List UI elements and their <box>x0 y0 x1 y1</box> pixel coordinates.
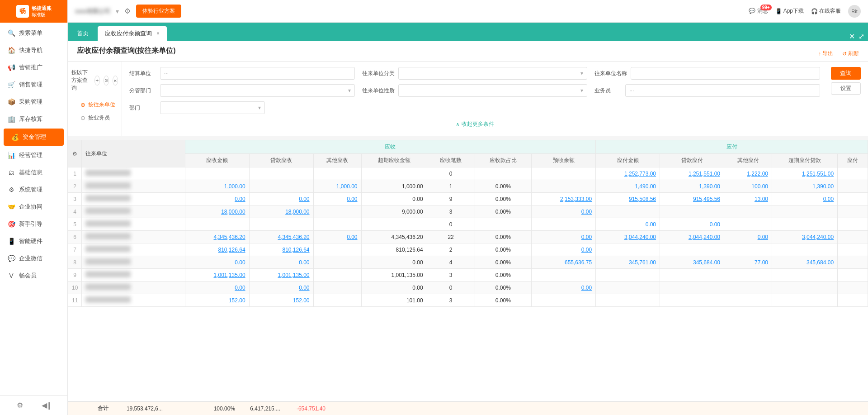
cell-link[interactable]: 0.00 <box>299 285 309 291</box>
setting-btn[interactable]: 设置 <box>831 82 861 95</box>
cell-link[interactable]: 810,126.64 <box>282 247 309 253</box>
sidebar-item-inventory[interactable]: 🏢 库存核算 <box>0 110 67 128</box>
cell-link[interactable]: 3,044,240.00 <box>689 234 720 240</box>
refresh-btn[interactable]: ↺ 刷新 <box>842 50 859 57</box>
cell-link[interactable]: 655,636.75 <box>565 259 592 266</box>
cell-link[interactable]: 345,684.00 <box>807 259 834 266</box>
sidebar-item-finance[interactable]: 💰 资金管理 <box>4 129 64 146</box>
cell-link[interactable]: 1,390.00 <box>812 183 834 190</box>
sidebar-item-sales[interactable]: 🛒 销售管理 <box>0 76 67 93</box>
cell-link[interactable]: 1,251,551.00 <box>802 171 834 177</box>
settlement-input[interactable]: ··· <box>160 67 355 80</box>
scheme-salesman-icon: ⊙ <box>80 114 85 121</box>
tab-close-btn[interactable]: × <box>156 30 160 37</box>
sidebar-item-basic[interactable]: 🗂 基础信息 <box>0 164 67 181</box>
cell-link[interactable]: 152.00 <box>229 297 245 304</box>
cell-link[interactable]: 1,000.00 <box>224 183 245 190</box>
filter-settings-btn[interactable]: ⊙ <box>104 76 109 86</box>
col-settings-header[interactable]: ⚙ <box>68 140 82 167</box>
cell-link[interactable]: 810,126.64 <box>218 247 245 253</box>
cell-link[interactable]: 0.00 <box>581 247 592 253</box>
cell-link[interactable]: 0.00 <box>347 196 357 202</box>
salesman-input[interactable]: ··· <box>625 84 820 97</box>
cell-link[interactable]: 0.00 <box>710 221 720 228</box>
sidebar-item-nav[interactable]: 🏠 快捷导航 <box>0 42 67 59</box>
cell-link[interactable]: 1,001,135.00 <box>214 272 245 278</box>
cell-link[interactable]: 3,044,240.00 <box>624 234 656 240</box>
tab-home[interactable]: 首页 <box>70 26 96 41</box>
tab-receivable[interactable]: 应收应付余额查询 × <box>98 26 167 41</box>
branch-dept-input[interactable]: ▾ <box>160 84 355 97</box>
cell-link[interactable]: 0.00 <box>235 285 245 291</box>
app-download-btn[interactable]: 📱 App下载 <box>775 7 804 15</box>
cell-link[interactable]: 0.00 <box>581 209 592 215</box>
partner-category-input[interactable]: ▾ <box>398 67 588 80</box>
collapse-footer-btn[interactable]: ◀‖ <box>42 401 51 410</box>
sidebar-item-marketing[interactable]: 📢 营销推广 <box>0 59 67 76</box>
sidebar-item-operations[interactable]: 📊 经营管理 <box>0 147 67 164</box>
cell-link[interactable]: 1,001,135.00 <box>278 272 309 278</box>
sidebar-item-system[interactable]: ⚙ 系统管理 <box>0 181 67 198</box>
cell-link[interactable]: 1,252,773.00 <box>624 171 656 177</box>
user-profile[interactable]: Rit <box>848 5 861 18</box>
sidebar-item-hardware[interactable]: 📱 智能硬件 <box>0 233 67 250</box>
cell-link[interactable]: 0.00 <box>235 259 245 266</box>
sidebar-item-wechat[interactable]: 💬 企业微信 <box>0 250 67 267</box>
cell-link[interactable]: 0.00 <box>235 196 245 202</box>
cell-link[interactable]: 1,000.00 <box>336 183 358 190</box>
scheme-by-salesman[interactable]: ⊙ 按业务员 <box>77 112 122 124</box>
cell-link[interactable]: 18,000.00 <box>221 209 245 215</box>
export-btn[interactable]: ↑ 导出 <box>818 50 833 57</box>
cell-link[interactable]: 4,345,436.20 <box>278 234 309 240</box>
query-btn[interactable]: 查询 <box>831 67 861 80</box>
cell-link[interactable]: 0.00 <box>347 234 357 240</box>
cell-link[interactable]: 4,345,436.20 <box>214 234 245 240</box>
sidebar-item-label: 销售管理 <box>19 81 42 89</box>
settings-footer-btn[interactable]: ⚙ <box>17 401 23 410</box>
online-service-btn[interactable]: 🎧 在线客服 <box>811 7 841 15</box>
scheme-by-partner[interactable]: ⊕ 按往来单位 <box>77 99 122 110</box>
sidebar-item-guide[interactable]: 🎯 新手引导 <box>0 215 67 233</box>
sidebar-item-collab[interactable]: 🤝 企业协同 <box>0 198 67 215</box>
sidebar-item-purchase[interactable]: 📦 采购管理 <box>0 93 67 110</box>
cell-link[interactable]: 1,251,551.00 <box>689 171 720 177</box>
cell-link[interactable]: 77.00 <box>755 259 768 266</box>
filter-add-btn[interactable]: + <box>94 76 100 86</box>
notification-area[interactable]: 💬 消息 99+ <box>749 7 768 15</box>
cell-link[interactable]: 0.00 <box>646 221 656 228</box>
cell-link[interactable]: 1,222.00 <box>747 171 768 177</box>
cell-link[interactable]: 0.00 <box>581 234 592 240</box>
department-input[interactable]: ▾ <box>160 101 265 114</box>
cell-link[interactable]: 13.00 <box>755 196 768 202</box>
cell-link[interactable]: 0.00 <box>758 234 768 240</box>
cell-link[interactable]: 0.00 <box>299 259 309 266</box>
col-group-payable-header: 应付 <box>596 140 868 154</box>
cell-link[interactable]: 0.00 <box>823 196 834 202</box>
partner-nature-input[interactable]: ▾ <box>398 84 588 97</box>
table-wrapper[interactable]: ⚙ 往来单位 应收 应付 应收金额 贷款应收 其他应收 超期应收金额 应收笔数 <box>68 140 868 401</box>
cell-link[interactable]: 915,508.56 <box>629 196 656 202</box>
cell-link[interactable]: 3,044,240.00 <box>802 234 834 240</box>
cell-link[interactable]: 915,495.56 <box>693 196 720 202</box>
cell-link[interactable]: 1,490.00 <box>635 183 656 190</box>
settings-topbar-btn[interactable]: ⚙ <box>124 7 131 15</box>
cell-link[interactable]: 100.00 <box>751 183 768 190</box>
cell-link[interactable]: 18,000.00 <box>285 209 309 215</box>
cell-link[interactable]: 1,390.00 <box>699 183 720 190</box>
partner-name-input[interactable] <box>631 67 820 80</box>
cell-link[interactable]: 0.00 <box>299 196 309 202</box>
filter-partner-category: 往来单位分类 ▾ <box>362 67 588 80</box>
sidebar-item-vip[interactable]: V 畅会员 <box>0 267 67 284</box>
cell-link[interactable]: 2,153,333.00 <box>560 196 592 202</box>
cell-link[interactable]: 345,684.00 <box>693 259 720 266</box>
window-close-btn[interactable]: ✕ <box>849 32 855 41</box>
cell-link[interactable]: 0.00 <box>581 285 592 291</box>
cell-link[interactable]: 152.00 <box>293 297 310 304</box>
filter-collapse-scheme-btn[interactable]: « <box>113 76 118 86</box>
sidebar-item-label: 系统管理 <box>19 186 42 194</box>
sidebar-item-search[interactable]: 🔍 搜索菜单 <box>0 24 67 42</box>
collapse-btn[interactable]: ∧ 收起更多条件 <box>456 118 494 131</box>
cell-link[interactable]: 345,761.00 <box>629 259 656 266</box>
window-expand-btn[interactable]: ⤢ <box>859 32 864 41</box>
solution-btn[interactable]: 体验行业方案 <box>136 5 181 18</box>
